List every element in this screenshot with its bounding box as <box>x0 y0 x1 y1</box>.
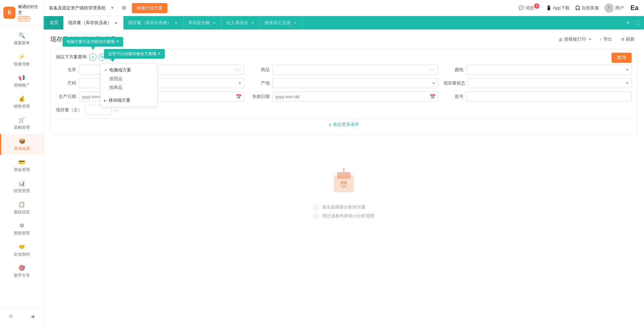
fullscreen-btn[interactable]: ⛶ <box>633 19 641 27</box>
refresh-icon: ↺ <box>621 37 625 42</box>
add-scheme-btn[interactable]: + 电脑方案可设为移动方案哦 ✕ <box>89 53 97 61</box>
settings-bottom-btn[interactable]: ⚙ <box>5 311 16 322</box>
scheme-item-by-product1[interactable]: 按照品 <box>101 74 157 83</box>
tab-home[interactable]: 首页 <box>45 16 63 30</box>
print-icon: 🖨 <box>558 37 563 42</box>
tooltip2-close[interactable]: ✕ <box>157 51 161 56</box>
sidebar-item-label: 营销推广 <box>14 83 30 88</box>
empty-state: 1 请先选择要分析的方案 2 用过滤条件来缩小分析范围 <box>50 139 637 246</box>
product-label: 商品 <box>250 67 270 73</box>
sidebar-item-purchase[interactable]: 🛒 采购管理 <box>0 113 43 134</box>
filter-field-color: 颜色 <box>443 65 632 75</box>
collapse-up-icon: ∧ <box>328 122 332 127</box>
origin-label: 产地 <box>250 80 270 86</box>
sidebar-item-enterprise[interactable]: 🤝 企业协同 <box>0 239 43 261</box>
inv-status-label: 现存量状态 <box>443 80 465 86</box>
tab-batch-account[interactable]: 库存批次账 ✕ <box>183 16 222 30</box>
ea-label: Ea <box>631 4 639 12</box>
quicknav-icon: ⚡ <box>18 53 25 60</box>
content-area: 现存量查询(按仓库+商品) 🖨 按模板打印 ↑ 导出 ↺ 刷新 <box>44 30 644 325</box>
tab-inout-flow[interactable]: 出入库流水 ✕ <box>222 16 260 30</box>
filter-section: 按以下方案查询 + 电脑方案可设为移动方案哦 ✕ ✎ ◀ <box>50 49 637 134</box>
sidebar-item-operations[interactable]: 📊 经营管理 <box>0 176 43 197</box>
collapse-icon2: ▶ <box>104 99 107 102</box>
system-dropdown-btn[interactable]: ▼ <box>108 4 116 12</box>
product-dots-icon: ··· <box>428 67 435 73</box>
exp-date-label: 失效日期 <box>250 94 270 100</box>
system-icon: ⚙ <box>18 222 25 229</box>
svg-rect-2 <box>337 172 351 179</box>
empty-tips: 1 请先选择要分析的方案 2 用过滤条件来缩小分析范围 <box>313 204 374 219</box>
purchase-icon: 🛒 <box>18 116 25 123</box>
logo-icon: 6 <box>3 7 15 19</box>
query-button[interactable]: 查询 <box>611 53 632 63</box>
collapse-bar[interactable]: ∧ 收起更多条件 <box>56 118 632 130</box>
pc-scheme-header[interactable]: ▼ 电脑端方案 <box>101 66 157 74</box>
prod-date-label: 生产日期 <box>56 94 76 100</box>
topbar-settings-icon[interactable]: ⚙ <box>119 3 129 13</box>
tab-close-inventory-dist[interactable]: ✕ <box>174 20 178 25</box>
online-support-btn[interactable]: 🎧 在线客服 <box>575 5 599 11</box>
tip-num-1: 1 <box>313 204 319 210</box>
sidebar-item-inventory[interactable]: 📦 库存核算 <box>0 134 43 155</box>
origin-select-arrow <box>432 83 435 84</box>
tip-num-2: 2 <box>313 213 319 219</box>
tab-inventory-dist[interactable]: 现存量（库存分布表） ✕ <box>123 16 183 30</box>
product-input[interactable]: ··· <box>272 65 438 75</box>
tab-inventory-status[interactable]: 现存量（库存状况表） ✕ <box>63 16 123 30</box>
sidebar-item-sales[interactable]: 💰 销售管理 <box>0 92 43 113</box>
user-btn[interactable]: 用户 <box>604 3 624 13</box>
tab-inventory-dist-label: 现存量（库存分布表） <box>128 20 172 26</box>
scheme-item-by-product2[interactable]: 按商品 <box>101 83 157 92</box>
warehouse-dots-icon: ··· <box>235 67 241 73</box>
close-all-tabs-btn[interactable]: ✕ <box>624 19 632 27</box>
empty-tip-2: 2 用过滤条件来缩小分析范围 <box>313 213 374 219</box>
sidebar-nav: 🔍 搜索菜单 ⚡ 快速导航 📢 营销推广 💰 销售管理 🛒 采购管理 📦 库存核… <box>0 25 43 307</box>
sidebar-item-marketing[interactable]: 📢 营销推广 <box>0 70 43 92</box>
batch-label: 批号 <box>443 94 464 100</box>
sidebar-item-label: 企业协同 <box>14 252 30 257</box>
sidebar-item-finance[interactable]: 💳 资金管理 <box>0 155 43 176</box>
content-inner: 现存量查询(按仓库+商品) 🖨 按模板打印 ↑ 导出 ↺ 刷新 <box>44 30 644 325</box>
batch-input[interactable] <box>466 92 632 102</box>
tooltip1-close[interactable]: ✕ <box>116 39 119 44</box>
tab-close-batch-account[interactable]: ✕ <box>212 20 217 25</box>
color-label: 颜色 <box>443 67 464 73</box>
sidebar-item-label: 快速导航 <box>14 61 30 67</box>
tab-inout-flow-label: 出入库流水 <box>226 20 248 26</box>
filter-field-exp-date: 失效日期 📅 <box>250 92 438 102</box>
sidebar-item-basic[interactable]: 📋 基础信息 <box>0 197 43 218</box>
sidebar-item-search[interactable]: 🔍 搜索菜单 <box>0 28 43 49</box>
page-header: 现存量查询(按仓库+商品) 🖨 按模板打印 ↑ 导出 ↺ 刷新 <box>50 35 637 44</box>
sidebar-item-guide[interactable]: 🎯 新手引导 <box>0 261 43 282</box>
refresh-btn[interactable]: ↺ 刷新 <box>618 35 637 44</box>
logo-badge: 标准版 <box>18 16 30 21</box>
prod-date-calendar-icon[interactable]: 📅 <box>236 94 241 99</box>
tab-recv-summary[interactable]: 收发存汇总表 ✕ <box>260 16 303 30</box>
size-select-arrow <box>238 83 241 84</box>
messages-btn[interactable]: 💬 消息 8 <box>519 5 541 11</box>
app-download-btn[interactable]: 📱 App下载 <box>546 5 569 11</box>
operations-icon: 📊 <box>18 179 25 187</box>
collapse-sidebar-btn[interactable]: ◀ <box>27 311 38 322</box>
tab-close-inventory-status[interactable]: ✕ <box>114 20 118 25</box>
inv-qty-label: 现存量（主） <box>56 107 82 113</box>
inv-status-select[interactable] <box>468 78 632 88</box>
mobile-scheme-header[interactable]: ▶ 移动端方案 <box>101 96 157 105</box>
exp-date-input[interactable] <box>272 92 438 102</box>
exp-date-calendar-icon[interactable]: 📅 <box>430 94 435 99</box>
system-name: 装备及固定资产辅助管理系统 <box>49 5 106 11</box>
guide-icon: 🎯 <box>18 264 25 271</box>
logo-text: 畅通好好生意 标准版 <box>18 4 40 21</box>
trial-button[interactable]: 体验行业方案 <box>132 3 167 13</box>
origin-select[interactable] <box>272 78 438 88</box>
sidebar-item-quicknav[interactable]: ⚡ 快速导航 <box>0 49 43 70</box>
color-select[interactable] <box>466 65 632 75</box>
tab-close-inout-flow[interactable]: ✕ <box>250 20 255 25</box>
print-btn[interactable]: 🖨 按模板打印 <box>556 35 594 44</box>
search-icon: 🔍 <box>18 32 25 39</box>
export-btn[interactable]: ↑ 导出 <box>597 35 615 44</box>
size-label: 尺码 <box>56 80 76 86</box>
tab-close-recv-summary[interactable]: ✕ <box>293 20 298 25</box>
sidebar-item-system[interactable]: ⚙ 系统管理 <box>0 218 43 239</box>
